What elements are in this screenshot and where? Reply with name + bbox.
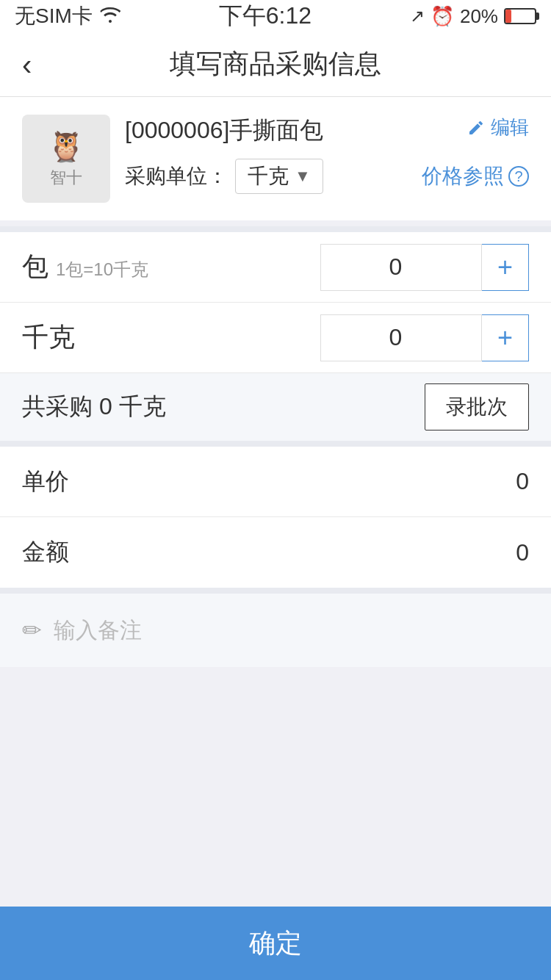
price-value: 0 <box>516 468 529 495</box>
unit-select[interactable]: 千克 ▼ <box>235 159 323 194</box>
section-divider-1 <box>0 226 551 232</box>
bag-label: 包 <box>22 249 48 285</box>
bag-plus-button[interactable]: + <box>482 244 529 291</box>
unit-label: 采购单位： <box>125 162 228 190</box>
status-time: 下午6:12 <box>219 0 311 32</box>
bag-label-group: 包 1包=10千克 <box>22 249 169 285</box>
kg-input-control: + <box>169 314 529 361</box>
bag-sub-label: 1包=10千克 <box>56 258 148 281</box>
product-image: 🦉 智十 <box>22 115 110 203</box>
pencil-icon: ✏ <box>22 616 42 644</box>
location-icon: ↗ <box>410 6 425 26</box>
kg-label-group: 千克 <box>22 320 169 356</box>
product-logo-text: 智十 <box>50 167 82 189</box>
amount-row: 金额 0 <box>0 517 551 588</box>
wifi-icon <box>100 4 120 28</box>
battery-percent: 20% <box>460 5 498 28</box>
bottom-spacer <box>0 814 551 887</box>
kg-quantity-input[interactable] <box>320 314 482 361</box>
total-text: 共采购 0 千克 <box>22 391 166 423</box>
back-button[interactable]: ‹ <box>22 50 32 79</box>
kg-label: 千克 <box>22 320 75 356</box>
status-right: ↗ ⏰ 20% <box>410 5 536 28</box>
product-info: [0000006]手撕面包 编辑 采购单位： 千克 ▼ 价格参照 ? <box>125 115 529 194</box>
bag-input-control: + <box>169 244 529 291</box>
product-card: 🦉 智十 [0000006]手撕面包 编辑 采购单位： 千克 ▼ <box>0 97 551 226</box>
page-title: 填写商品采购信息 <box>170 46 381 82</box>
edit-button[interactable]: 编辑 <box>467 115 529 140</box>
detail-section: 单价 0 金额 0 <box>0 447 551 594</box>
kg-input-row: 千克 + <box>0 303 551 373</box>
product-unit-row: 采购单位： 千克 ▼ 价格参照 ? <box>125 159 529 194</box>
input-section: 包 1包=10千克 + 千克 + <box>0 232 551 373</box>
carrier-label: 无SIM卡 <box>15 2 93 30</box>
amount-label: 金额 <box>22 536 69 569</box>
bag-input-row: 包 1包=10千克 + <box>0 232 551 303</box>
confirm-button[interactable]: 确定 <box>0 907 551 980</box>
price-row: 单价 0 <box>0 447 551 517</box>
product-header: [0000006]手撕面包 编辑 <box>125 115 529 147</box>
record-batch-button[interactable]: 录批次 <box>425 383 529 430</box>
total-row: 共采购 0 千克 录批次 <box>0 373 551 447</box>
price-label: 单价 <box>22 466 69 498</box>
chevron-down-icon: ▼ <box>295 167 311 186</box>
status-bar: 无SIM卡 下午6:12 ↗ ⏰ 20% <box>0 0 551 32</box>
product-name: [0000006]手撕面包 <box>125 115 323 147</box>
bag-quantity-input[interactable] <box>320 244 482 291</box>
product-logo-icon: 🦉 <box>48 129 84 164</box>
amount-value: 0 <box>516 539 529 566</box>
content-area <box>0 667 551 814</box>
battery-indicator <box>504 8 536 24</box>
alarm-icon: ⏰ <box>431 5 454 28</box>
nav-bar: ‹ 填写商品采购信息 <box>0 32 551 97</box>
price-ref-button[interactable]: 价格参照 ? <box>422 162 529 190</box>
remark-placeholder: 输入备注 <box>54 616 142 646</box>
status-left: 无SIM卡 <box>15 2 120 30</box>
remark-section[interactable]: ✏ 输入备注 <box>0 594 551 667</box>
kg-plus-button[interactable]: + <box>482 314 529 361</box>
info-icon: ? <box>508 166 529 187</box>
